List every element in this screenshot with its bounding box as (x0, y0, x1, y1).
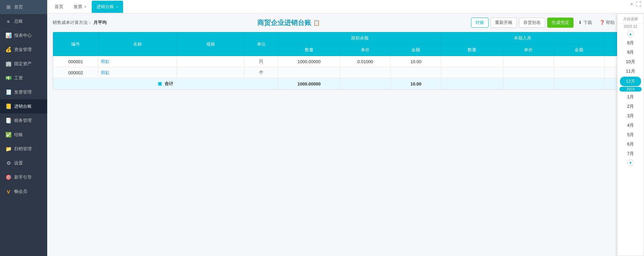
sidebar-item-funds[interactable]: 💰 资金管理 (0, 43, 47, 57)
month-item-5[interactable]: 5月 (617, 130, 644, 139)
cell-open-qty: 1000.00000 (278, 56, 340, 67)
month-item-4[interactable]: 4月 (617, 121, 644, 130)
generate-voucher-button[interactable]: 生成凭证 (547, 18, 574, 28)
cell-in-qty (441, 67, 503, 78)
reconcile-button[interactable]: 对账 (471, 18, 489, 28)
reopen-button[interactable]: 重新开账 (491, 18, 517, 28)
month-item-8[interactable]: 8月 (617, 38, 644, 48)
cell-in-amount (554, 56, 604, 67)
sidebar-item-home[interactable]: ⊞ 首页 (0, 0, 47, 14)
sidebar-item-salary[interactable]: 💵 工资 (0, 71, 47, 85)
cell-in-price (503, 67, 554, 78)
col-header-name: 名称 (98, 32, 177, 56)
cell-spec (177, 67, 244, 78)
col-header-in-price: 单价 (503, 44, 554, 56)
cell-open-qty (278, 67, 340, 78)
cost-method: 销售成本计算方法： 月平均 (53, 20, 107, 26)
sidebar-item-vip[interactable]: V 畅会员 (0, 184, 47, 199)
cell-open-amount: 10.00 (390, 56, 441, 67)
cell-spec (177, 56, 244, 67)
month-panel: 月份选择 2022.12 ▲ 8月 9月 10月 11月 12月 2023 1月… (617, 14, 644, 256)
page-title-icon[interactable]: 📋 (313, 20, 320, 26)
maximize-window-button[interactable]: ⛶ (636, 1, 641, 7)
cell-id: 000002 (53, 67, 98, 78)
page-title: 商贸企业进销台账 📋 (257, 18, 320, 27)
tab-purchase-sales[interactable]: 进销台账 × (92, 1, 123, 13)
tab-purchase-sales-close[interactable]: × (116, 5, 118, 9)
col-header-opening: 期初余额 (278, 32, 441, 44)
reports-icon: 📊 (5, 32, 11, 39)
checkout-icon: ✅ (5, 132, 11, 138)
table-total-row: ▣ 合计 1000.00000 10.00 (53, 78, 638, 89)
sidebar-item-tax[interactable]: 📑 税务管理 (0, 113, 47, 128)
cell-open-price (340, 67, 390, 78)
sidebar-item-archive[interactable]: 📁 归档管理 (0, 142, 47, 156)
month-item-3[interactable]: 3月 (617, 111, 644, 121)
guide-icon: 🎯 (5, 174, 11, 180)
month-item-12[interactable]: 12月 (620, 77, 641, 86)
col-header-open-price: 单价 (340, 44, 390, 56)
month-nav-down: ▼ (617, 158, 644, 167)
sidebar-item-checkout[interactable]: ✅ 结账 (0, 128, 47, 142)
col-header-in-amount: 金额 (554, 44, 604, 56)
data-table-wrap: 编号 名称 规格 单位 期初余额 本期入库 数 数量 单价 金额 数量 单价 (53, 32, 639, 90)
sidebar-item-purchase-sales[interactable]: 📒 进销台账 (0, 99, 47, 113)
month-item-2[interactable]: 2月 (617, 102, 644, 111)
month-prev-button[interactable]: ▲ (627, 30, 634, 37)
col-header-open-qty: 数量 (278, 44, 340, 56)
total-in-amount (554, 78, 604, 89)
tab-bar: 首页 发票 × 进销台账 × (47, 0, 644, 14)
month-item-11[interactable]: 11月 (617, 67, 644, 76)
month-item-7[interactable]: 7月 (617, 149, 644, 158)
tab-invoice-close[interactable]: × (84, 5, 86, 9)
year-2023-badge: 2023 (619, 87, 642, 92)
cell-name: 前缸 (98, 67, 177, 78)
invoice-icon: 🧾 (5, 89, 11, 95)
table-row: 000002 前缸 个 (53, 67, 638, 78)
sidebar-item-ledger[interactable]: ≡ 总账 (0, 14, 47, 28)
cell-unit: 个 (244, 67, 278, 78)
table-row: 000001 前缸 只 1000.00000 0.01000 10.00 (53, 56, 638, 67)
close-window-button[interactable]: × (630, 1, 633, 7)
save-alias-button[interactable]: 存货别名 (519, 18, 545, 28)
month-item-1[interactable]: 1月 (617, 92, 644, 102)
month-item-6[interactable]: 6月 (617, 139, 644, 149)
cell-open-amount (390, 67, 441, 78)
purchase-sales-icon: 📒 (5, 103, 11, 109)
main-area: 首页 发票 × 进销台账 × 销售成本计算方法： 月平均 商贸企业进销台账 📋 … (47, 0, 644, 256)
tab-home[interactable]: 首页 (50, 1, 68, 13)
month-item-9[interactable]: 9月 (617, 48, 644, 57)
cell-in-amount (554, 67, 604, 78)
sidebar-item-settings[interactable]: ⚙ 设置 (0, 156, 47, 170)
sidebar: ⊞ 首页 ≡ 总账 📊 报表中心 💰 资金管理 🏢 固定资产 💵 工资 🧾 发票… (0, 0, 47, 256)
help-button[interactable]: ❓ 帮助 (597, 18, 618, 27)
home-icon: ⊞ (5, 4, 11, 10)
col-header-id: 编号 (53, 32, 98, 56)
total-open-qty: 1000.00000 (278, 78, 340, 89)
month-panel-title: 月份选择 (617, 15, 644, 23)
content-area: 销售成本计算方法： 月平均 商贸企业进销台账 📋 对账 重新开账 存货别名 生成… (47, 14, 644, 256)
month-next-button[interactable]: ▼ (627, 159, 634, 166)
ledger-icon: ≡ (5, 19, 11, 24)
tax-icon: 📑 (5, 118, 11, 124)
total-icon: ▣ (158, 81, 162, 86)
total-label: 合计 (165, 81, 173, 86)
sidebar-item-guide[interactable]: 🎯 新手引导 (0, 170, 47, 184)
cell-unit: 只 (244, 56, 278, 67)
sidebar-item-assets[interactable]: 🏢 固定资产 (0, 57, 47, 71)
sidebar-item-invoice-mgmt[interactable]: 🧾 发票管理 (0, 85, 47, 99)
data-table: 编号 名称 规格 单位 期初余额 本期入库 数 数量 单价 金额 数量 单价 (53, 32, 638, 89)
total-in-price (503, 78, 554, 89)
sidebar-item-reports[interactable]: 📊 报表中心 (0, 28, 47, 43)
col-header-in-qty: 数量 (441, 44, 503, 56)
toolbar: 对账 重新开账 存货别名 生成凭证 ⬇ 下载 ❓ 帮助 ↻ 刷新 (471, 18, 639, 28)
archive-icon: 📁 (5, 146, 11, 152)
download-button[interactable]: ⬇ 下载 (576, 18, 595, 27)
funds-icon: 💰 (5, 47, 11, 53)
col-header-inbound: 本期入库 (441, 32, 605, 44)
col-header-unit: 单位 (244, 32, 278, 56)
info-bar: 销售成本计算方法： 月平均 商贸企业进销台账 📋 对账 重新开账 存货别名 生成… (53, 18, 639, 28)
total-in-qty (441, 78, 503, 89)
tab-invoice[interactable]: 发票 × (69, 1, 91, 13)
month-item-10[interactable]: 10月 (617, 57, 644, 67)
